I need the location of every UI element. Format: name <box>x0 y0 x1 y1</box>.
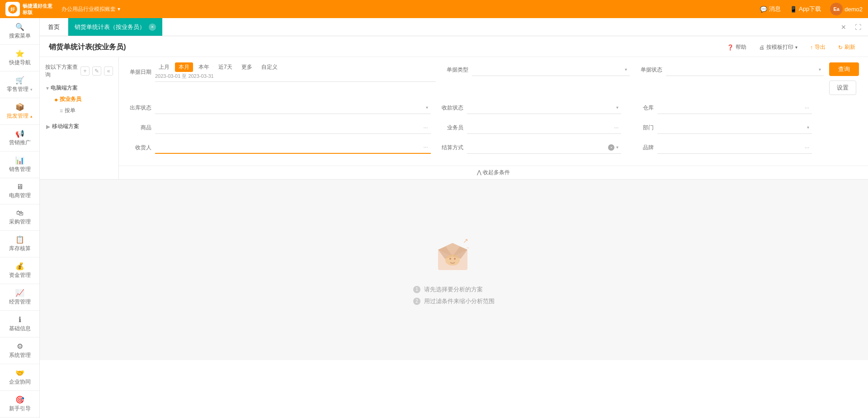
tab-close-btn[interactable]: × <box>149 24 156 31</box>
message-btn[interactable]: 💬 消息 <box>760 5 781 13</box>
date-btn-custom[interactable]: 自定义 <box>258 62 281 72</box>
filter-goods-control[interactable]: ··· <box>155 121 431 134</box>
sub-scheme-label: 按单 <box>65 107 75 114</box>
print-btn[interactable]: 🖨 按模板打印 ▾ <box>755 42 801 53</box>
scheme-title: 按以下方案查询 <box>45 63 80 79</box>
filter-doc-type: 单据类型 ▾ <box>445 62 630 77</box>
filter-goods-label: 商品 <box>128 124 155 132</box>
scheme-tree: ▾ 电脑端方案 ● 按业务员 ≡ 按单 <box>40 82 118 132</box>
filters-area: 单据日期 上月 本月 本年 近7天 更多 <box>119 57 868 166</box>
tab-active[interactable]: 销货单统计表（按业务员） × <box>68 18 162 36</box>
query-button[interactable]: 查询 <box>829 62 859 76</box>
sidebar-item-ecommerce[interactable]: 🖥 电商管理 <box>0 178 39 204</box>
sales-icon: 📊 <box>2 156 38 165</box>
scheme-tree-by-order[interactable]: ≡ 按单 <box>43 105 115 116</box>
sidebar-label-enterprise: 企业协同 <box>9 379 31 385</box>
pc-scheme-label: 电脑端方案 <box>51 84 78 92</box>
hint-num-2: 2 <box>413 298 420 305</box>
enterprise-icon: 🤝 <box>2 369 38 377</box>
top-bar: 好 畅捷通好生意 标版 办公用品行业模拟账套 ▾ 💬 消息 📱 App下载 Ea… <box>0 0 868 18</box>
tab-home[interactable]: 首页 <box>40 18 68 36</box>
order-icon: ≡ <box>60 108 63 114</box>
sidebar-item-system[interactable]: ⚙ 系统管理 <box>0 337 39 364</box>
scheme-tree-by-salesman[interactable]: ● 按业务员 <box>43 94 115 105</box>
sidebar-item-retail[interactable]: 🛒 零售管理 ▾ <box>0 71 39 98</box>
sidebar-item-finance[interactable]: 💰 资金管理 <box>0 257 39 284</box>
action-col: 查询 设置 <box>824 62 859 95</box>
filter-brand: 品牌 ··· <box>630 140 812 155</box>
hint-num-1: 1 <box>413 286 420 293</box>
hint-label-1: 请先选择要分析的方案 <box>424 284 483 295</box>
warehouse-dots: ··· <box>805 104 809 111</box>
department-arrow: ▾ <box>807 125 809 130</box>
empty-text: 1 请先选择要分析的方案 2 用过滤条件来缩小分析范围 <box>413 284 495 307</box>
system-icon: ⚙ <box>2 342 38 351</box>
sidebar-item-marketing[interactable]: 📢 营销推广 <box>0 125 39 152</box>
app-download-btn[interactable]: 📱 App下载 <box>790 5 821 13</box>
refresh-icon: ↻ <box>838 44 843 51</box>
date-btn-7days[interactable]: 近7天 <box>215 62 236 72</box>
filter-payment-control[interactable]: ▾ <box>467 101 622 114</box>
sidebar-label-operation: 经营管理 <box>9 299 31 305</box>
filter-salesman: 业务员 ··· <box>440 120 622 135</box>
scheme-edit-btn[interactable]: ✎ <box>92 66 101 76</box>
sidebar-item-purchase[interactable]: 🛍 采购管理 <box>0 204 39 231</box>
filter-receiver-label: 收货人 <box>128 144 155 152</box>
filter-brand-control[interactable]: ··· <box>657 141 812 154</box>
filter-receiver-control[interactable]: ··· <box>155 141 431 154</box>
logo-icon: 好 <box>5 2 20 16</box>
filter-warehouse-control[interactable]: ··· <box>657 101 812 114</box>
sidebar-item-sales[interactable]: 📊 销售管理 <box>0 152 39 178</box>
date-btn-this-year[interactable]: 本年 <box>195 62 213 72</box>
basic-icon: ℹ <box>2 315 38 324</box>
scheme-collapse-btn[interactable]: « <box>104 66 113 76</box>
print-label: 按模板打印 <box>766 43 793 51</box>
sidebar-item-wholesale[interactable]: 📦 批发管理 ▴ <box>0 98 39 125</box>
tab-maximize-btn[interactable]: ⛶ <box>852 21 864 33</box>
filter-outbound-label: 出库状态 <box>128 104 155 112</box>
settlement-clear-btn[interactable]: × <box>608 144 614 151</box>
retail-arrow: ▾ <box>30 87 33 92</box>
date-btn-last-month[interactable]: 上月 <box>155 62 173 72</box>
filter-doc-status-control[interactable]: ▾ <box>666 63 824 76</box>
settings-button[interactable]: 设置 <box>829 81 856 95</box>
app-download-label: App下载 <box>799 5 821 13</box>
sidebar-item-basic[interactable]: ℹ 基础信息 <box>0 311 39 337</box>
subtitle-arrow[interactable]: ▾ <box>118 6 120 12</box>
filter-outbound-control[interactable]: ▾ <box>155 101 431 114</box>
collapse-row[interactable]: ⋀ 收起多条件 <box>119 166 868 179</box>
sidebar-item-guide[interactable]: 🎯 新手引导 <box>0 391 39 418</box>
date-btn-this-month[interactable]: 本月 <box>175 62 193 72</box>
guide-icon: 🎯 <box>2 395 38 404</box>
retail-icon: 🛒 <box>2 76 38 85</box>
empty-hint-1: 1 请先选择要分析的方案 <box>413 284 495 295</box>
filter-settlement-control[interactable]: × ▾ <box>467 141 622 154</box>
sidebar: 🔍 搜索菜单 ⭐ 快捷导航 🛒 零售管理 ▾ 📦 批发管理 ▴ 📢 营销推广 <box>0 18 40 418</box>
scheme-add-btn[interactable]: + <box>80 66 90 76</box>
refresh-btn[interactable]: ↻ 刷新 <box>835 42 859 53</box>
message-icon: 💬 <box>760 6 767 13</box>
tab-minimize-btn[interactable]: ✕ <box>837 21 850 33</box>
sidebar-item-inventory[interactable]: 📋 库存核算 <box>0 231 39 257</box>
filter-doc-type-control[interactable]: ▾ <box>472 63 630 76</box>
active-scheme-label: 按业务员 <box>60 95 81 103</box>
scheme-tree-pc[interactable]: ▾ 电脑端方案 <box>43 82 115 94</box>
filter-brand-label: 品牌 <box>630 144 657 152</box>
marketing-icon: 📢 <box>2 129 38 138</box>
filter-salesman-control[interactable]: ··· <box>467 121 622 134</box>
filter-department-control[interactable]: ▾ <box>657 121 812 134</box>
help-btn[interactable]: ❓ 帮助 <box>723 42 750 53</box>
active-dot: ● <box>54 96 58 103</box>
tab-bar-right: ✕ ⛶ <box>837 21 868 33</box>
export-btn[interactable]: ↑ 导出 <box>807 42 829 53</box>
user-avatar[interactable]: Ea demo2 <box>830 3 863 15</box>
sidebar-item-search[interactable]: 🔍 搜索菜单 <box>0 18 39 45</box>
user-label: demo2 <box>844 6 863 13</box>
sidebar-item-enterprise[interactable]: 🤝 企业协同 <box>0 364 39 391</box>
sidebar-item-operation[interactable]: 📈 经营管理 <box>0 284 39 311</box>
scheme-tree-mobile[interactable]: ▶ 移动端方案 <box>43 121 115 132</box>
page-header-actions: ❓ 帮助 🖨 按模板打印 ▾ ↑ 导出 <box>723 42 859 53</box>
sidebar-item-shortcut[interactable]: ⭐ 快捷导航 <box>0 45 39 71</box>
date-btn-more[interactable]: 更多 <box>238 62 256 72</box>
payment-arrow: ▾ <box>616 105 618 110</box>
